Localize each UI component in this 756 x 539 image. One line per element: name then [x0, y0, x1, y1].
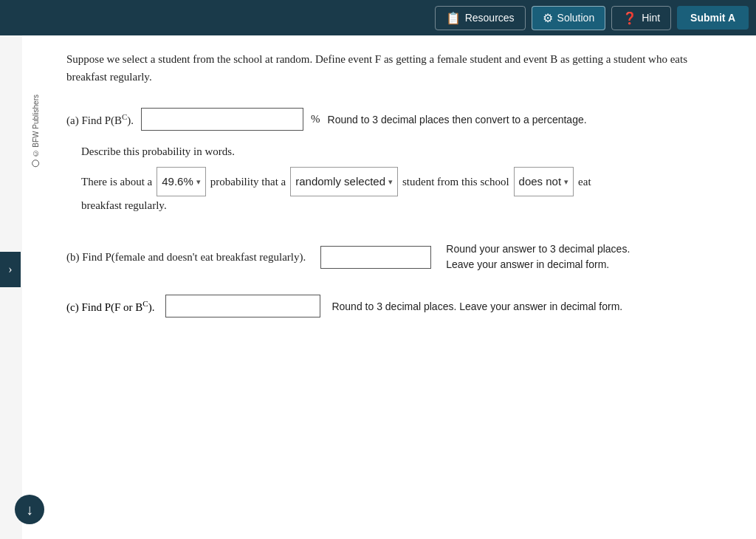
describe-section: Describe this probability in words. Ther…: [81, 145, 726, 212]
scroll-down-button[interactable]: ↓: [15, 495, 44, 524]
part-b-row: (b) Find P(female and doesn't eat breakf…: [66, 241, 726, 272]
main-content: © BFW Publishers Suppose we select a stu…: [22, 35, 756, 539]
part-a-row: (a) Find P(BC). % Round to 3 decimal pla…: [66, 108, 726, 131]
part-a-note: Round to 3 decimal places then convert t…: [328, 114, 587, 126]
describe-text-row: There is about a 49.6% ▾ probability tha…: [81, 167, 726, 196]
part-c-input[interactable]: [165, 295, 320, 317]
does-not-value: does not: [519, 171, 562, 193]
resources-label: Resources: [465, 12, 515, 24]
describe-title: Describe this probability in words.: [81, 145, 726, 158]
part-b-note: Round your answer to 3 decimal places. L…: [446, 241, 630, 272]
describe-text-end: eat: [578, 171, 591, 193]
part-b-note-line2: Leave your answer in decimal form.: [446, 257, 630, 272]
resources-icon: 📋: [446, 11, 461, 25]
describe-text-mid: probability that a: [210, 171, 286, 193]
does-not-arrow: ▾: [564, 174, 568, 190]
part-c-label: (c) Find P(F or BC).: [66, 299, 154, 314]
part-b-input[interactable]: [320, 246, 431, 269]
describe-text-before: There is about a: [81, 171, 152, 193]
part-c: (c) Find P(F or BC). Round to 3 decimal …: [66, 295, 726, 317]
submit-label: Submit A: [690, 12, 735, 24]
hint-button[interactable]: ❓ Hint: [611, 6, 671, 30]
percent-sign: %: [311, 113, 320, 126]
hint-label: Hint: [642, 12, 660, 24]
part-a-input[interactable]: [141, 108, 303, 131]
percentage-dropdown-arrow: ▾: [196, 174, 201, 190]
solution-label: Solution: [557, 12, 595, 24]
part-b: (b) Find P(female and doesn't eat breakf…: [66, 241, 726, 272]
percentage-dropdown[interactable]: 49.6% ▾: [157, 167, 206, 196]
problem-intro: Suppose we select a student from the sch…: [66, 50, 726, 86]
sidebar-toggle[interactable]: ›: [0, 252, 21, 287]
part-b-label: (b) Find P(female and doesn't eat breakf…: [66, 251, 306, 264]
randomly-selected-dropdown[interactable]: randomly selected ▾: [290, 167, 398, 196]
solution-button[interactable]: ⚙ Solution: [532, 6, 606, 30]
describe-text-after: student from this school: [402, 171, 509, 193]
randomly-selected-arrow: ▾: [388, 174, 393, 190]
part-a-label: (a) Find P(BC).: [66, 112, 134, 127]
resources-button[interactable]: 📋 Resources: [435, 6, 526, 30]
chevron-right-icon: ›: [8, 263, 12, 276]
part-c-note: Round to 3 decimal places. Leave your an…: [331, 301, 622, 312]
scroll-down-icon: ↓: [26, 501, 33, 518]
part-a: (a) Find P(BC). % Round to 3 decimal pla…: [66, 108, 726, 212]
bfw-publishers-label: © BFW Publishers: [30, 95, 40, 167]
does-not-dropdown[interactable]: does not ▾: [514, 167, 574, 196]
percentage-value: 49.6%: [162, 171, 193, 193]
hint-icon: ❓: [622, 11, 637, 25]
submit-button[interactable]: Submit A: [677, 6, 749, 30]
part-b-note-line1: Round your answer to 3 decimal places.: [446, 241, 630, 257]
top-navigation: 📋 Resources ⚙ Solution ❓ Hint Submit A: [0, 0, 756, 35]
describe-text-line2: breakfast regularly.: [81, 199, 726, 212]
randomly-selected-value: randomly selected: [295, 171, 385, 193]
part-c-row: (c) Find P(F or BC). Round to 3 decimal …: [66, 295, 726, 317]
part-c-superscript: C: [142, 299, 148, 308]
copyright-icon: [32, 159, 39, 167]
solution-icon: ⚙: [543, 11, 553, 25]
